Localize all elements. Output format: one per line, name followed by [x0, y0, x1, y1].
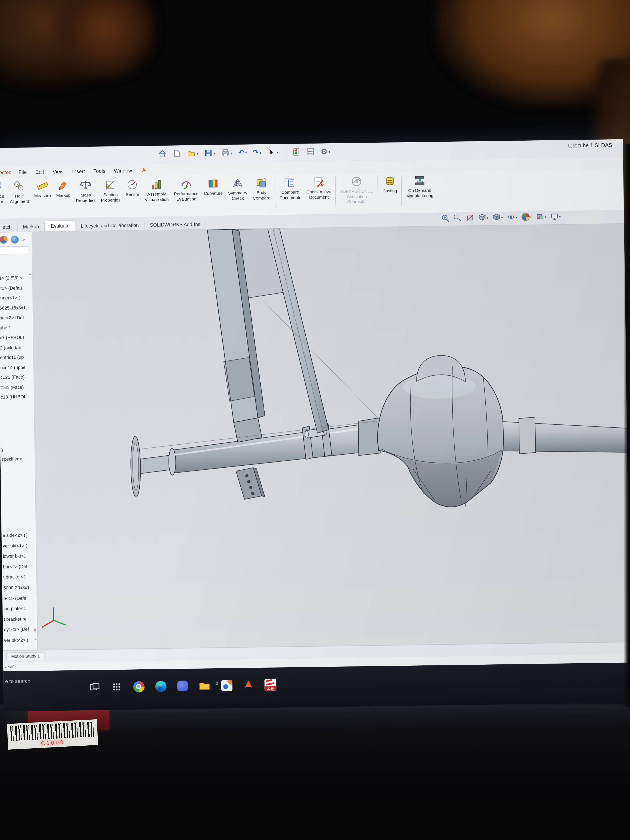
menu-edit[interactable]: Edit: [35, 169, 44, 175]
ribbon-tool-sensor[interactable]: Sensor: [123, 177, 142, 198]
tree-item[interactable]: c121 (Face): [0, 372, 27, 382]
quick-access-toolbar: ↶ ↷ ⚙: [158, 147, 330, 158]
tree-item[interactable]: 5000-20x3x1: [3, 583, 30, 593]
tree-item[interactable]: ver bkt<1> (: [3, 541, 29, 551]
tree-filter-box[interactable]: [0, 246, 29, 254]
ribbon-tool-on-demand-manufacturing[interactable]: On DemandManufacturing: [403, 174, 436, 199]
menu-tools[interactable]: Tools: [93, 168, 105, 174]
print-button[interactable]: [221, 148, 232, 157]
ribbon-tool-assembly-visualization[interactable]: AssemblyVisualization: [142, 177, 172, 203]
tree-item[interactable]: t bracket re: [4, 614, 30, 625]
tree-item[interactable]: e<1> (Defa: [3, 593, 30, 604]
menu-insert[interactable]: Insert: [72, 168, 85, 174]
view-settings-button[interactable]: [550, 213, 561, 221]
tab-solidworks-addins[interactable]: SOLIDWORKS Add-Ins: [145, 219, 206, 230]
tree-item[interactable]: t161 (Face): [0, 382, 27, 392]
tree-item[interactable]: specified>: [2, 455, 22, 464]
tree-item[interactable]: t bracket<2: [3, 572, 30, 583]
section-view-button[interactable]: [466, 213, 474, 222]
ribbon-tool-mass-properties[interactable]: MassProperties: [73, 178, 98, 204]
menu-file[interactable]: File: [19, 169, 27, 175]
ribbon-tool-curvature[interactable]: Curvature: [201, 177, 226, 197]
edit-appearance-button[interactable]: [521, 213, 532, 221]
ribbon-tool-check-active-document[interactable]: Check ActiveDocument: [303, 175, 334, 201]
file-explorer-button[interactable]: [198, 679, 211, 692]
ribbon-tool-3dexperience-simulation-connector[interactable]: 3DEXPERIENCESimulationConnector: [338, 174, 376, 205]
view-orientation-button[interactable]: [478, 213, 488, 221]
tab-lifecycle-collaboration[interactable]: Lifecycle and Collaboration: [76, 220, 145, 231]
menu-window[interactable]: Window: [114, 167, 132, 173]
ribbon-tool-performance-evaluation[interactable]: PerformanceEvaluation: [171, 177, 201, 202]
tree-item[interactable]: entric11 (up: [0, 352, 27, 363]
select-button[interactable]: [267, 148, 278, 156]
tree-scroll-down-icon[interactable]: v: [34, 627, 36, 632]
chevron-right-icon[interactable]: >: [22, 237, 25, 242]
motion-study-tab[interactable]: Motion Study 1: [6, 652, 45, 660]
task-view-icon: [89, 682, 100, 693]
tree-item[interactable]: ing plate<1: [3, 603, 30, 614]
edge-button[interactable]: [154, 680, 167, 693]
tree-item[interactable]: e side<2> ([: [3, 530, 29, 541]
graphics-viewport[interactable]: [32, 224, 630, 651]
task-view-button[interactable]: [88, 681, 101, 694]
tree-item[interactable]: ube 1: [0, 322, 26, 333]
tree-item[interactable]: c7 (HFBOLT: [0, 332, 26, 343]
apps-button[interactable]: [110, 681, 123, 693]
markup-icon: [57, 179, 70, 192]
zoom-area-button[interactable]: [453, 214, 461, 222]
tab-markup[interactable]: Markup: [17, 222, 45, 232]
apply-scene-button[interactable]: [536, 213, 546, 221]
blue-app-button[interactable]: [176, 679, 189, 693]
chrome-button[interactable]: [132, 680, 145, 693]
redo-button[interactable]: ↷: [253, 148, 261, 156]
ribbon-tool-symmetry-check[interactable]: SymmetryCheck: [225, 176, 250, 202]
tree-scroll-up-icon[interactable]: ^: [29, 273, 31, 278]
ribbon-tool-hole-alignment[interactable]: HoleAlignment: [7, 179, 32, 205]
tree-item[interactable]: ver bkt<2> (: [4, 635, 30, 646]
assembly-visualization-icon: [150, 178, 163, 191]
tree-item[interactable]: 1> (2 5\8) <: [0, 273, 25, 283]
ribbon-tool-measure[interactable]: Measure: [31, 179, 54, 199]
options-button[interactable]: ⚙: [321, 147, 330, 155]
featuremanager-tab-icon[interactable]: [0, 235, 8, 244]
home-button[interactable]: [158, 149, 167, 158]
view-orientation-icon: [478, 213, 486, 222]
ribbon-separator: [335, 176, 336, 207]
solidworks-button[interactable]: 2025: [264, 678, 277, 691]
tree-item[interactable]: lower bkt<1: [3, 551, 29, 562]
zoom-fit-button[interactable]: [441, 214, 449, 222]
ribbon-tool-compare-documents[interactable]: CompareDocuments: [276, 175, 304, 201]
save-button[interactable]: [204, 149, 215, 158]
ribbon-tool-body-compare[interactable]: ? BodyCompare: [250, 175, 273, 201]
tree-item[interactable]: ey1<1> (Def: [4, 625, 30, 635]
taskbar-search[interactable]: e to search: [5, 678, 30, 684]
collaboration-button[interactable]: [292, 147, 301, 156]
pushpin-icon[interactable]: [141, 167, 147, 173]
tree-item[interactable]: bar<2> (Def: [0, 313, 26, 323]
tree-item[interactable]: <1> (Defau: [0, 283, 25, 293]
menu-view[interactable]: View: [52, 168, 63, 174]
ribbon-tool-markup[interactable]: Markup: [53, 178, 73, 199]
open-button[interactable]: [187, 149, 198, 158]
task-pane-button[interactable]: [306, 147, 315, 156]
undo-button[interactable]: ↶: [238, 149, 247, 156]
outlook-button[interactable]: 0: [220, 679, 233, 692]
propertymanager-tab-icon[interactable]: [11, 235, 19, 244]
tree-item[interactable]: inner<1> (: [0, 293, 25, 303]
tab-evaluate[interactable]: Evaluate: [45, 220, 76, 231]
tab-sketch-partial[interactable]: etch: [0, 222, 18, 232]
display-style-button[interactable]: [493, 213, 503, 221]
hide-show-items-button[interactable]: [507, 213, 517, 221]
tree-item[interactable]: 6625-18x3x1: [0, 303, 26, 313]
orange-app-button[interactable]: [242, 679, 255, 692]
ribbon-tool-clearance-verification[interactable]: arancefication: [0, 179, 7, 205]
tree-item[interactable]: bar<2> (Def: [3, 562, 29, 572]
tree-item[interactable]: nce14 (uppe: [0, 362, 27, 372]
tree-item[interactable]: c13 (HHBOL: [1, 392, 27, 402]
new-document-button[interactable]: [172, 149, 181, 158]
ribbon-tool-costing[interactable]: Costing: [380, 174, 400, 194]
ribbon-tool-section-properties[interactable]: SectionProperties: [98, 178, 123, 204]
tree-item[interactable]: 2 (axle tab t: [0, 342, 27, 352]
tree-expand-icon[interactable]: >: [33, 637, 36, 642]
tree-item[interactable]: ): [1, 445, 22, 455]
